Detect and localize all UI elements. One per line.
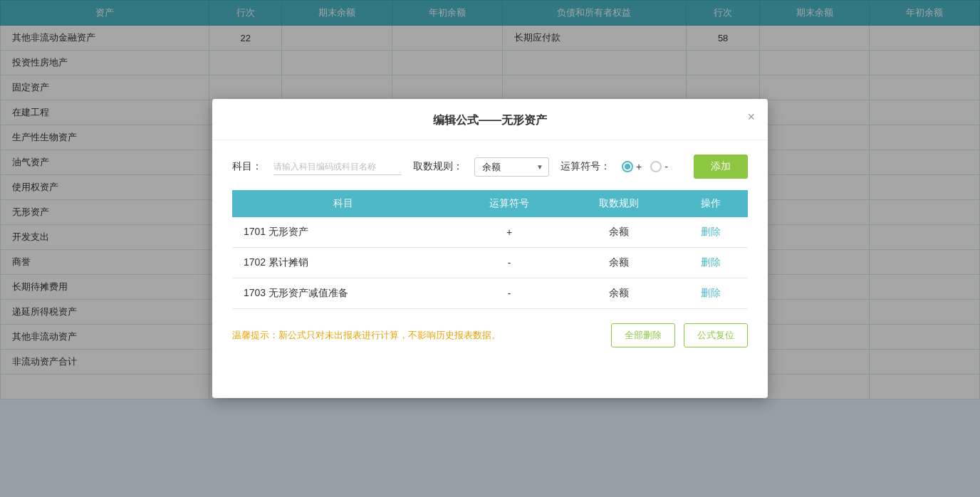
col-op: 运算符号 [454,190,564,217]
table-row: 1701 无形资产 + 余额 删除 [232,217,748,248]
add-button[interactable]: 添加 [694,155,748,179]
cell-op: - [454,248,564,278]
rule-label: 取数规则： [413,160,463,173]
cell-action: 删除 [673,248,748,278]
cell-subject: 1703 无形资产减值准备 [232,278,454,309]
table-row: 1703 无形资产减值准备 - 余额 删除 [232,278,748,309]
radio-plus-circle [622,161,633,172]
table-header-row: 科目 运算符号 取数规则 操作 [232,190,748,217]
op-label: 运算符号： [561,160,610,173]
delete-all-button[interactable]: 全部删除 [611,323,675,347]
hint-text: 温馨提示：新公式只对未出报表进行计算，不影响历史报表数据。 [232,329,501,342]
table-row: 1702 累计摊销 - 余额 删除 [232,248,748,278]
radio-plus[interactable]: + [622,161,642,172]
modal-overlay: 编辑公式——无形资产 × 科目： 取数规则： 余额 借方发生额 贷方发生额 ▼ … [0,0,980,497]
cell-subject: 1702 累计摊销 [232,248,454,278]
rule-select-wrap: 余额 借方发生额 贷方发生额 ▼ [474,157,549,177]
rule-select[interactable]: 余额 借方发生额 贷方发生额 [474,157,549,177]
col-subject: 科目 [232,190,454,217]
modal-footer: 温馨提示：新公式只对未出报表进行计算，不影响历史报表数据。 全部删除 公式复位 [212,309,768,347]
col-action: 操作 [673,190,748,217]
footer-buttons: 全部删除 公式复位 [611,323,748,347]
cell-rule: 余额 [564,248,674,278]
reset-formula-button[interactable]: 公式复位 [684,323,748,347]
col-rule: 取数规则 [564,190,674,217]
radio-minus-label: - [664,161,668,172]
radio-minus-circle [650,161,662,172]
subject-label: 科目： [232,160,262,173]
cell-op: - [454,278,564,309]
form-row: 科目： 取数规则： 余额 借方发生额 贷方发生额 ▼ 运算符号： + [212,140,768,190]
radio-plus-label: + [636,161,642,172]
cell-op: + [454,217,564,248]
cell-subject: 1701 无形资产 [232,217,454,248]
cell-action: 删除 [673,278,748,309]
radio-minus[interactable]: - [650,161,668,172]
subject-input[interactable] [273,158,402,175]
cell-rule: 余额 [564,278,674,309]
delete-link[interactable]: 删除 [701,287,721,298]
delete-link[interactable]: 删除 [701,226,721,237]
cell-action: 删除 [673,217,748,248]
modal-dialog: 编辑公式——无形资产 × 科目： 取数规则： 余额 借方发生额 贷方发生额 ▼ … [212,99,768,398]
modal-close-button[interactable]: × [747,110,755,123]
formula-table: 科目 运算符号 取数规则 操作 1701 无形资产 + 余额 删除 1702 累… [232,190,748,309]
radio-group: + - [622,161,668,172]
modal-header: 编辑公式——无形资产 [212,99,768,140]
delete-link[interactable]: 删除 [701,256,721,268]
modal-title: 编辑公式——无形资产 [433,114,547,126]
cell-rule: 余额 [564,217,674,248]
